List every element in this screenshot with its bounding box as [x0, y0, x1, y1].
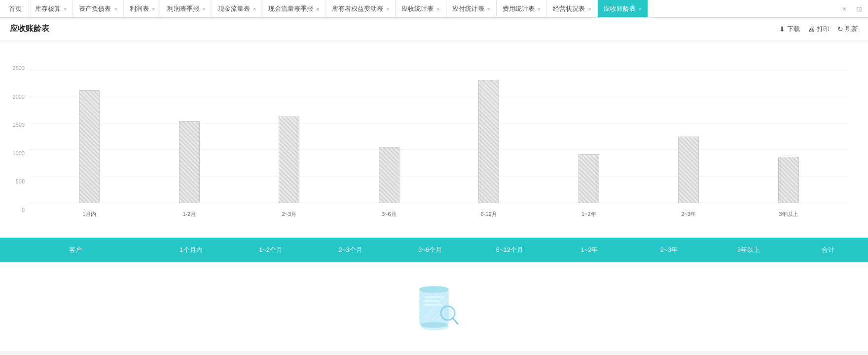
tab-receivable-stats-close[interactable]: ×	[436, 6, 439, 12]
th-1: 1个月内	[151, 246, 231, 254]
x-axis-labels: 1月内1-2月2~3月3~6月6-12月1~2年2~3年3年以上	[30, 211, 848, 218]
tab-cashflow-close[interactable]: ×	[253, 6, 256, 12]
svg-point-3	[419, 286, 449, 293]
close-window-button[interactable]: ×	[837, 2, 851, 16]
bar-2	[279, 116, 299, 203]
tab-receivable-stats[interactable]: 应收统计表 ×	[396, 0, 446, 18]
tab-inventory-label: 库存核算	[35, 4, 61, 13]
tab-aging[interactable]: 应收账龄表 ×	[598, 0, 648, 18]
page-header: 应收账龄表 ⬇ 下载 🖨 打印 ↻ 刷新	[0, 18, 868, 40]
x-label-7: 3年以上	[778, 211, 799, 218]
tab-expense-stats[interactable]: 费用统计表 ×	[497, 0, 547, 18]
th-9: 合计	[789, 246, 868, 254]
tab-profit-quarterly[interactable]: 利润表季报 ×	[161, 0, 212, 18]
tab-payable-stats-label: 应付统计表	[452, 4, 484, 13]
tab-cashflow-quarterly-close[interactable]: ×	[316, 6, 319, 12]
tab-payable-stats[interactable]: 应付统计表 ×	[446, 0, 497, 18]
x-label-4: 6-12月	[478, 211, 499, 218]
th-6: 1~2年	[549, 246, 629, 254]
tab-balance-sheet-close[interactable]: ×	[114, 6, 117, 12]
tab-equity-changes-close[interactable]: ×	[386, 6, 389, 12]
chart-area: 1月内1-2月2~3月3~6月6-12月1~2年2~3年3年以上	[30, 70, 848, 218]
tab-home[interactable]: 首页	[2, 0, 29, 18]
th-0: 客户	[0, 246, 151, 254]
bar-0	[79, 90, 100, 203]
refresh-icon: ↻	[837, 25, 843, 33]
empty-illustration	[404, 280, 464, 334]
tab-cashflow[interactable]: 现金流量表 ×	[212, 0, 262, 18]
download-icon: ⬇	[779, 25, 785, 33]
y-label-0: 0	[22, 207, 25, 213]
tab-balance-sheet[interactable]: 资产负债表 ×	[73, 0, 123, 18]
tab-inventory-close[interactable]: ×	[64, 6, 67, 12]
tab-cashflow-quarterly[interactable]: 现金流量表季报 ×	[262, 0, 326, 18]
y-label-2500a: 2500	[13, 65, 25, 71]
tab-profit-close[interactable]: ×	[152, 6, 155, 12]
download-label: 下载	[787, 25, 800, 34]
bar-group-0	[79, 90, 100, 203]
print-label: 打印	[817, 25, 830, 34]
y-label-500: 500	[16, 178, 25, 184]
refresh-button[interactable]: ↻ 刷新	[837, 25, 858, 34]
tab-profit-quarterly-label: 利润表季报	[167, 4, 199, 13]
content-area: 2500 2000 1500 1000 500 0	[0, 40, 868, 351]
x-label-3: 3~6月	[379, 211, 399, 218]
x-label-5: 1~2年	[579, 211, 599, 218]
th-2: 1~2个月	[231, 246, 310, 254]
tab-equity-changes-label: 所有者权益变动表	[332, 4, 383, 13]
bar-3	[379, 147, 399, 203]
svg-rect-6	[424, 300, 440, 302]
maximize-window-button[interactable]: ⊡	[852, 2, 866, 16]
tab-expense-stats-label: 费用统计表	[503, 4, 535, 13]
bar-group-7	[778, 157, 799, 203]
bar-group-6	[678, 137, 699, 203]
tab-profit-quarterly-close[interactable]: ×	[202, 6, 205, 12]
tab-operations-close[interactable]: ×	[588, 6, 591, 12]
x-label-1: 1-2月	[179, 211, 200, 218]
tab-payable-stats-close[interactable]: ×	[487, 6, 490, 12]
svg-rect-7	[424, 304, 442, 306]
tab-expense-stats-close[interactable]: ×	[538, 6, 541, 12]
bar-7	[778, 157, 799, 203]
tab-operations-label: 经营状况表	[553, 4, 585, 13]
tab-aging-close[interactable]: ×	[639, 6, 642, 12]
bar-5	[579, 154, 599, 203]
tab-profit-label: 利润表	[130, 4, 149, 13]
y-axis: 2500 2000 1500 1000 500 0	[10, 65, 30, 213]
page-actions: ⬇ 下载 🖨 打印 ↻ 刷新	[779, 25, 858, 34]
svg-point-9	[443, 308, 453, 318]
th-5: 6~12个月	[470, 246, 549, 254]
tab-bar: 首页 库存核算 × 资产负债表 × 利润表 × 利润表季报 × 现金流量表 × …	[0, 0, 868, 18]
svg-point-4	[420, 322, 448, 328]
y-label-2000: 2000	[13, 94, 25, 100]
x-label-6: 2~3年	[678, 211, 699, 218]
bar-group-2	[279, 116, 299, 203]
tab-profit[interactable]: 利润表 ×	[124, 0, 161, 18]
svg-line-10	[453, 318, 458, 324]
bar-group-3	[379, 147, 399, 203]
bar-4	[478, 80, 499, 203]
th-3: 2~3个月	[311, 246, 390, 254]
bar-1	[179, 121, 200, 203]
bars-row	[30, 70, 848, 203]
bar-group-5	[579, 154, 599, 203]
refresh-label: 刷新	[845, 25, 858, 34]
download-button[interactable]: ⬇ 下载	[779, 25, 800, 34]
x-label-2: 2~3月	[279, 211, 299, 218]
chart-container: 2500 2000 1500 1000 500 0	[0, 40, 868, 238]
tab-operations[interactable]: 经营状况表 ×	[547, 0, 597, 18]
tab-cashflow-quarterly-label: 现金流量表季报	[268, 4, 313, 13]
th-8: 3年以上	[709, 246, 788, 254]
tab-equity-changes[interactable]: 所有者权益变动表 ×	[326, 0, 396, 18]
print-button[interactable]: 🖨 打印	[808, 25, 830, 34]
svg-rect-5	[424, 296, 444, 298]
tab-inventory[interactable]: 库存核算 ×	[29, 0, 73, 18]
tab-aging-label: 应收账龄表	[604, 4, 636, 13]
chart-wrapper: 2500 2000 1500 1000 500 0	[10, 50, 848, 218]
page-title: 应收账龄表	[10, 24, 49, 34]
th-4: 3~6个月	[390, 246, 470, 254]
tab-receivable-stats-label: 应收统计表	[401, 4, 434, 13]
bar-group-4	[478, 80, 499, 203]
print-icon: 🖨	[808, 25, 815, 33]
window-controls: × ⊡	[837, 2, 866, 16]
